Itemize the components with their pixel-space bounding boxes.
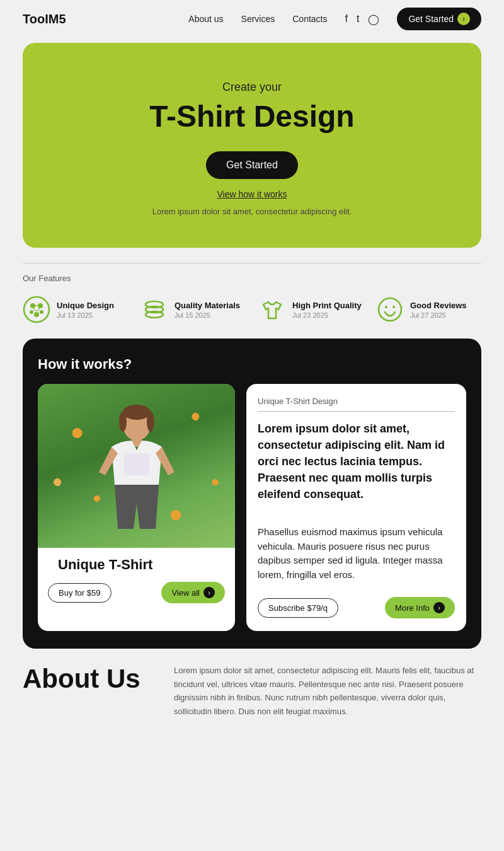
feature-quality-materials-name: Quality Materials [175,301,240,310]
nav-contacts[interactable]: Contacts [292,14,327,24]
person-silhouette [80,403,193,548]
navbar: TooIM5 About us Services Contacts f t ◯ … [0,0,504,38]
feature-unique-design: Unique Design Jul 13 2025 [23,296,128,323]
feature-quality-materials-text: Quality Materials Jul 15 2025 [175,301,240,319]
logo: TooIM5 [23,12,66,26]
right-card-label: Unique T-Shirt Design [258,397,455,406]
svg-point-6 [34,306,39,311]
how-left-card: Unique T-Shirt Buy for $59 View all › [38,384,235,631]
how-section: How it works? [23,339,481,649]
nav-services[interactable]: Services [241,14,275,24]
svg-rect-15 [124,453,149,475]
svg-point-12 [392,306,395,308]
about-text: Lorem ipsum dolor sit amet, consectetur … [174,664,481,718]
right-card-body2: Phasellus euismod maximus ipsum vehicula… [258,525,455,582]
about-section: About Us Lorem ipsum dolor sit amet, con… [23,664,481,718]
features-section: Our Features Unique Design Jul 13 2025 [23,263,481,323]
get-started-arrow-icon: › [457,13,470,25]
view-all-arrow-icon: › [203,587,215,598]
feature-high-print: High Print Quality Jul 23 2025 [258,296,364,323]
feature-good-reviews: Good Reviews Jul 27 2025 [376,296,481,323]
right-card-actions: Subscribe $79/q More Info › [258,597,455,618]
about-title: About Us [23,664,149,694]
feature-quality-materials: Quality Materials Jul 15 2025 [140,296,246,323]
nav-about[interactable]: About us [188,14,223,24]
how-right-card: Unique T-Shirt Design Lorem ipsum dolor … [246,384,466,631]
facebook-icon[interactable]: f [345,13,348,25]
feature-unique-design-date: Jul 13 2025 [57,311,114,319]
feature-good-reviews-name: Good Reviews [410,301,467,310]
right-card-divider [258,411,455,412]
nav-links: About us Services Contacts f t ◯ Get Sta… [188,8,481,30]
right-card-body1: Lorem ipsum dolor sit amet, consectetur … [258,420,455,502]
hero-title: T-Shirt Design [48,99,456,134]
tshirt-icon [258,296,286,323]
social-icons: f t ◯ [345,13,380,25]
feature-high-print-date: Jul 23 2025 [292,311,362,319]
how-title: How it works? [38,356,466,373]
feature-good-reviews-date: Jul 27 2025 [410,311,467,319]
hero-get-started-button[interactable]: Get Started [206,151,298,179]
svg-point-3 [34,312,39,317]
feature-high-print-name: High Print Quality [292,301,362,310]
more-info-button[interactable]: More Info › [385,597,455,618]
svg-point-10 [379,298,401,321]
feature-unique-design-name: Unique Design [57,301,114,310]
hero-section: Create your T-Shirt Design Get Started V… [23,43,481,248]
svg-point-17 [119,412,127,432]
hero-subtitle: Create your [48,81,456,94]
hero-view-link[interactable]: View how it works [48,189,456,199]
feature-high-print-text: High Print Quality Jul 23 2025 [292,301,362,319]
svg-point-11 [385,306,387,308]
feature-good-reviews-text: Good Reviews Jul 27 2025 [410,301,467,319]
how-card-left-actions: Buy for $59 View all › [38,576,235,603]
buy-button[interactable]: Buy for $59 [48,583,112,603]
view-all-button[interactable]: View all › [161,582,225,603]
svg-point-5 [40,310,43,314]
twitter-icon[interactable]: t [357,13,359,25]
features-divider [23,263,481,263]
features-label: Our Features [23,274,481,283]
how-card-image [38,384,235,548]
hero-lorem-text: Lorem ipsum dolor sit amet, consectetur … [48,207,456,216]
svg-point-18 [147,412,154,432]
layers-icon [140,296,168,323]
smiley-icon [376,296,404,323]
nav-get-started-button[interactable]: Get Started › [397,8,481,30]
how-cards: Unique T-Shirt Buy for $59 View all › Un… [38,384,466,631]
how-card-left-title: Unique T-Shirt [48,548,225,576]
feature-unique-design-text: Unique Design Jul 13 2025 [57,301,114,319]
subscribe-button[interactable]: Subscribe $79/q [258,598,338,618]
feature-quality-materials-date: Jul 15 2025 [175,311,240,319]
svg-point-4 [30,310,33,314]
svg-point-16 [123,405,151,420]
palette-icon [23,296,50,323]
features-grid: Unique Design Jul 13 2025 Quality Materi… [23,296,481,323]
more-info-arrow-icon: › [433,602,445,613]
instagram-icon[interactable]: ◯ [368,13,379,25]
